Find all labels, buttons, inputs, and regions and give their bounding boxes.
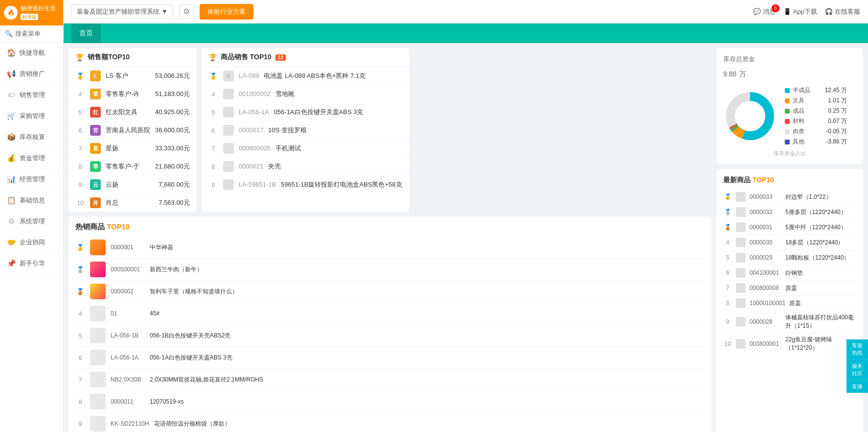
headset-icon: 🎧 [825,8,833,15]
legend-dot-4 [785,119,790,124]
legend-item-2: 文具 1.01 万 [785,96,847,105]
marketing-icon: 📢 [7,70,16,78]
customer-row-5: 7 星 星扬 33,333.00元 [69,140,197,158]
new-prod-icon-10 [736,339,746,349]
customer-row-6: 8 零 零售客户-于 21,680.00元 [69,158,197,176]
new-prod-row-6: 6 004100001 白钢垫 [723,265,856,281]
trial-button[interactable]: 体验行业方案 [200,4,253,20]
legend-dot-6 [785,140,790,144]
new-products-panel: 最新商品 TOP10 🥇 0000033 封边带（1.0*22） 🥈 [716,169,863,432]
hot-medal-3: 🥉 [75,288,85,295]
float-buttons: 客服 热线 服务 社区 直播 [846,339,868,393]
new-products-title: 最新商品 TOP10 [723,176,856,185]
live-stream-button[interactable]: 直播 [846,381,868,393]
hot-row-2: 🥈 000500001 新西兰牛肉（新牛） [75,259,705,281]
sidebar-item-purchase[interactable]: 🛒 采购管理 [0,106,63,127]
customer-hotline-button[interactable]: 客服 热线 [846,339,868,360]
customer-badge-3: 红 [90,107,101,118]
hot-img-6 [90,350,106,365]
svg-rect-22 [737,318,744,325]
svg-text:图: 图 [227,74,230,78]
hot-products-title: 热销商品 TOP10 [75,222,705,232]
product-sales-header: 🏆 商品销售 TOP10 22 [202,48,409,67]
hot-row-1: 🥇 0000001 中华神器 [75,237,705,259]
sidebar-item-guide[interactable]: 📌 新手引导 [0,253,63,274]
stock-title: 库存总资金 [723,55,856,64]
svg-rect-17 [737,239,744,246]
hot-products-panel: 热销商品 TOP10 🥇 0000001 中华神器 [69,216,711,432]
sidebar-item-system[interactable]: ⚙ 系统管理 [0,211,63,232]
customer-service-button[interactable]: 🎧 在线客服 [825,7,860,16]
customer-badge-8: 肖 [90,197,101,208]
svg-rect-3 [225,109,232,116]
product-icon-4 [223,125,234,136]
sidebar-item-finance[interactable]: 💰 资金管理 [0,148,63,169]
product-sales-row-2: 4 001000002 雪地靴 [202,85,409,103]
sidebar-item-quick-nav[interactable]: 🏠 快捷导航 [0,43,63,64]
service-community-button[interactable]: 服务 社区 [846,360,868,381]
app-download-button[interactable]: 📱 App下载 [783,7,817,16]
svg-rect-20 [737,285,744,291]
hot-products-list: 🥇 0000001 中华神器 🥈 [75,237,705,432]
product-sales-top10-panel: 🏆 商品销售 TOP10 22 🥇 图 LA-089 [202,48,409,212]
topbar-right: 💬 消息 6 📱 App下载 🎧 在线客服 [753,7,860,16]
sales-icon: 🏷 [7,91,16,99]
sidebar-item-basics[interactable]: 📋 基础信息 [0,190,63,211]
main-content: 装备及固定资产辅助管理系统 ▼ ⚙ 体验行业方案 💬 消息 6 📱 App下载 … [64,0,868,432]
new-prod-icon-3 [736,222,746,232]
system-icon: ⚙ [7,217,16,226]
gear-icon: ⚙ [183,7,190,16]
hot-img-2 [90,262,106,277]
settings-button[interactable]: ⚙ [179,4,194,19]
product-icon-2 [223,89,234,99]
product-sales-row-4: 6 0000017 10S 变扭罗根 [202,121,409,140]
legend-item-1: 半成品 12.45 万 [785,86,847,95]
sidebar-logo[interactable]: 🔥 畅捷通好生意 标准版 [0,0,63,25]
sidebar-item-sales[interactable]: 🏷 销售管理 [0,85,63,106]
hot-img-5 [90,328,106,343]
new-prod-row-5: 5 0000029 18颗粒板（1220*2440） [723,250,856,265]
search-icon: 🔍 [5,30,13,37]
stock-legend: 半成品 12.45 万 文具 1.01 万 成品 0.25 万 [785,86,847,146]
product-sales-row-6: 8 0000021 夹壳 [202,158,409,176]
new-products-list: 🥇 0000033 封边带（1.0*22） 🥈 0000032 [723,190,856,355]
guide-icon: 📌 [7,259,16,268]
product-sales-list: 🥇 图 LA-089 电池盖 LA-089 ABS本色+黑种 7.1克 4 [202,67,409,193]
customer-badge-1: L [90,71,101,81]
product-sales-row-1: 🥇 图 LA-089 电池盖 LA-089 ABS本色+黑种 7.1克 [202,67,409,85]
sidebar-item-inventory[interactable]: 📦 库存核算 [0,127,63,148]
new-prod-icon-9 [736,317,746,327]
customer-row-1: 🥇 L LS 客户 53,006.26元 [69,67,197,85]
hot-img-3 [90,284,106,299]
sidebar-item-marketing[interactable]: 📢 营销推广 [0,64,63,85]
new-prod-icon-6 [736,268,746,278]
svg-rect-5 [225,145,232,152]
sidebar: 🔥 畅捷通好生意 标准版 🔍 搜索菜单 🏠 快捷导航 📢 营销推广 🏷 销售管理… [0,0,64,432]
new-prod-icon-7 [736,283,746,293]
sidebar-search[interactable]: 🔍 搜索菜单 [0,25,63,43]
svg-point-13 [736,102,764,130]
new-prod-row-2: 🥈 0000032 5厘多层（1220*2440） [723,205,856,220]
nav-home[interactable]: 首页 [71,24,101,43]
message-button[interactable]: 💬 消息 6 [753,7,776,16]
svg-rect-19 [737,269,744,276]
svg-rect-6 [225,163,232,170]
hot-row-6: 6 LA-056-1A 056-1A白色按键开关盖ABS 3壳 [75,347,705,369]
svg-rect-21 [737,300,744,307]
home-icon: 🏠 [7,48,16,57]
hot-row-4: 4 01 45# [75,303,705,325]
svg-rect-4 [225,127,232,134]
new-prod-row-3: 🥉 0000031 5厘中纤（1220*2440） [723,220,856,235]
new-prod-icon-2 [736,207,746,217]
product-icon-3 [223,107,234,118]
sidebar-item-enterprise[interactable]: 🤝 企业协同 [0,232,63,253]
new-prod-row-10: 10 003800001 22g鱼豆腐-烧烤味（1*12*20） [723,333,856,355]
medal-1: 🥇 [75,72,85,80]
hot-img-4 [90,306,106,321]
sidebar-item-operations[interactable]: 📊 经营管理 [0,169,63,190]
purchase-icon: 🛒 [7,112,16,120]
trophy-icon: 🏆 [75,53,84,61]
message-icon: 💬 [753,8,761,15]
system-selector[interactable]: 装备及固定资产辅助管理系统 ▼ [71,4,173,19]
topbar: 装备及固定资产辅助管理系统 ▼ ⚙ 体验行业方案 💬 消息 6 📱 App下载 … [64,0,868,24]
